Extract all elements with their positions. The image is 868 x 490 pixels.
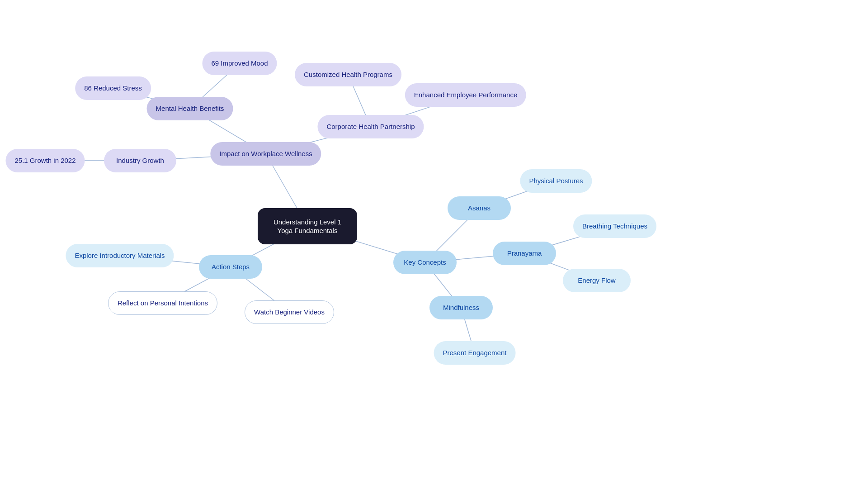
- node-customized-programs[interactable]: Customized Health Programs: [295, 63, 401, 86]
- node-reduced-stress[interactable]: 86 Reduced Stress: [75, 76, 151, 100]
- node-key-concepts[interactable]: Key Concepts: [393, 251, 457, 274]
- node-impact-workplace[interactable]: Impact on Workplace Wellness: [210, 142, 321, 166]
- node-industry-growth[interactable]: Industry Growth: [104, 149, 176, 172]
- node-label-industry-growth: Industry Growth: [107, 151, 173, 171]
- node-label-pranayama: Pranayama: [498, 243, 551, 263]
- node-present-engagement[interactable]: Present Engagement: [434, 341, 516, 365]
- node-label-impact-workplace: Impact on Workplace Wellness: [210, 144, 321, 164]
- node-label-asanas: Asanas: [459, 198, 500, 218]
- node-label-breathing-techniques: Breathing Techniques: [573, 216, 656, 236]
- node-label-growth-2022: 25.1 Growth in 2022: [5, 151, 85, 171]
- node-label-customized-programs: Customized Health Programs: [295, 65, 401, 85]
- node-enhanced-employee[interactable]: Enhanced Employee Performance: [405, 83, 526, 107]
- node-label-action-steps: Action Steps: [203, 257, 259, 277]
- node-asanas[interactable]: Asanas: [448, 196, 511, 220]
- node-pranayama[interactable]: Pranayama: [493, 242, 556, 265]
- node-label-explore-materials: Explore Introductory Materials: [66, 246, 174, 266]
- node-label-energy-flow: Energy Flow: [569, 271, 624, 290]
- node-label-improved-mood: 69 Improved Mood: [202, 53, 277, 73]
- node-label-mental-health: Mental Health Benefits: [147, 99, 233, 119]
- node-corporate-health[interactable]: Corporate Health Partnership: [317, 115, 424, 138]
- node-label-mindfulness: Mindfulness: [434, 298, 488, 318]
- node-label-enhanced-employee: Enhanced Employee Performance: [405, 85, 526, 105]
- node-reflect-intentions[interactable]: Reflect on Personal Intentions: [108, 291, 217, 315]
- node-improved-mood[interactable]: 69 Improved Mood: [202, 52, 277, 75]
- node-label-watch-videos: Watch Beginner Videos: [245, 302, 334, 322]
- node-growth-2022[interactable]: 25.1 Growth in 2022: [5, 149, 85, 172]
- node-explore-materials[interactable]: Explore Introductory Materials: [66, 244, 174, 267]
- node-physical-postures[interactable]: Physical Postures: [520, 169, 592, 193]
- node-label-reflect-intentions: Reflect on Personal Intentions: [108, 293, 217, 313]
- node-mindfulness[interactable]: Mindfulness: [429, 296, 493, 319]
- node-watch-videos[interactable]: Watch Beginner Videos: [245, 300, 334, 324]
- node-label-present-engagement: Present Engagement: [434, 343, 516, 363]
- node-mental-health[interactable]: Mental Health Benefits: [147, 97, 233, 120]
- mindmap-container: Understanding Level 1 Yoga FundamentalsI…: [0, 0, 868, 490]
- central-node-label: Understanding Level 1 Yoga Fundamentals: [258, 212, 357, 241]
- central-node[interactable]: Understanding Level 1 Yoga Fundamentals: [258, 208, 357, 244]
- node-label-key-concepts: Key Concepts: [395, 252, 455, 272]
- node-action-steps[interactable]: Action Steps: [199, 255, 262, 279]
- node-label-reduced-stress: 86 Reduced Stress: [75, 78, 151, 98]
- node-breathing-techniques[interactable]: Breathing Techniques: [573, 214, 656, 238]
- node-label-physical-postures: Physical Postures: [520, 171, 592, 191]
- node-label-corporate-health: Corporate Health Partnership: [317, 117, 424, 137]
- node-energy-flow[interactable]: Energy Flow: [563, 269, 631, 292]
